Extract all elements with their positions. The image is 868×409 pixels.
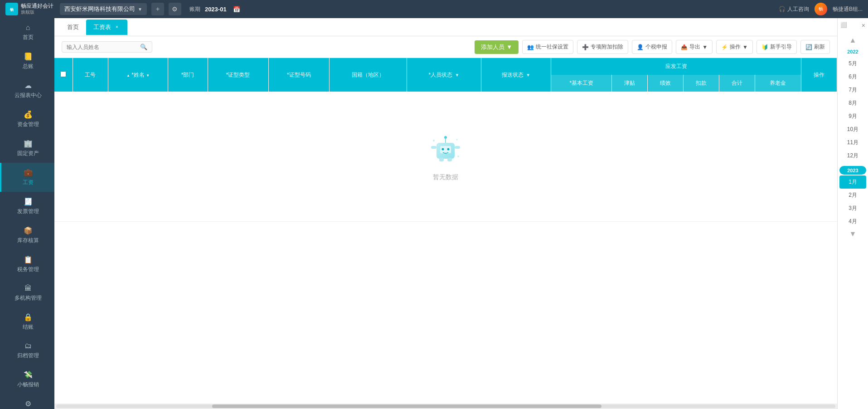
- operations-chevron: ▼: [742, 44, 748, 50]
- human-service-btn[interactable]: 🎧 人工咨询: [779, 5, 809, 13]
- social-security-label: 统一社保设置: [536, 43, 568, 51]
- refresh-icon: 🔄: [805, 44, 812, 50]
- salary-icon: 💼: [24, 168, 33, 177]
- settings-icon-btn[interactable]: ⚙: [169, 3, 181, 15]
- svg-rect-11: [447, 158, 452, 161]
- sidebar-item-cloud[interactable]: ☁ 云报表中心: [0, 76, 54, 105]
- sidebar-item-inventory[interactable]: 📦 库存核算: [0, 221, 54, 250]
- scroll-bar[interactable]: [54, 404, 837, 409]
- sidebar-item-multi[interactable]: 🏛 多机构管理: [0, 279, 54, 307]
- search-input[interactable]: [67, 44, 140, 50]
- export-label: 导出: [689, 43, 700, 51]
- calendar-month-2022-5[interactable]: 5月: [838, 57, 868, 70]
- search-icon[interactable]: 🔍: [140, 44, 147, 50]
- sidebar-item-tax[interactable]: 📋 税务管理: [0, 250, 54, 279]
- main-layout: ⌂ 首页 📒 总账 ☁ 云报表中心 💰 资金管理 🏢 固定资产 💼 工资 🧾 发…: [0, 18, 868, 409]
- calendar-close-icon[interactable]: ×: [862, 22, 865, 29]
- search-input-wrap: 🔍: [62, 41, 152, 53]
- calendar-month-2022-10[interactable]: 10月: [838, 123, 868, 136]
- scroll-thumb[interactable]: [212, 404, 602, 408]
- svg-point-12: [433, 140, 435, 141]
- sort-down-icon: ▼: [146, 73, 150, 78]
- sidebar-label-funds: 资金管理: [17, 121, 39, 128]
- calendar-down-arrow[interactable]: ▼: [848, 228, 858, 240]
- social-security-btn[interactable]: 👥 统一社保设置: [522, 40, 573, 54]
- th-salary-group: 应发工资: [551, 58, 801, 75]
- status-filter-icon[interactable]: ▼: [455, 73, 459, 78]
- company-name: 西安虾米网络科技有限公司: [64, 5, 135, 13]
- header-actions: ＋ ⚙ 账期 2023-01 📅: [151, 3, 240, 15]
- calendar-month-2023-3[interactable]: 3月: [838, 202, 868, 215]
- calendar-month-2022-12[interactable]: 12月: [838, 149, 868, 162]
- close-period-icon: 🔒: [24, 313, 33, 321]
- special-deduct-btn[interactable]: ➕ 专项附加扣除: [577, 40, 628, 54]
- tab-close-icon[interactable]: ×: [114, 24, 120, 30]
- personal-tax-label: 个税申报: [645, 43, 667, 51]
- company-selector[interactable]: 西安虾米网络科技有限公司 ▼: [60, 3, 147, 15]
- user-name: 畅捷通B组...: [833, 5, 863, 13]
- sidebar-item-settings[interactable]: ⚙ 基础设置: [0, 394, 54, 409]
- operations-label: 操作: [730, 43, 741, 51]
- calendar-month-2022-9[interactable]: 9月: [838, 110, 868, 123]
- settings-icon: ⚙: [25, 399, 31, 408]
- export-btn[interactable]: 📤 导出 ▼: [676, 40, 713, 54]
- th-status: *人员状态 ▼: [407, 58, 481, 92]
- th-region: 国籍（地区）: [329, 58, 407, 92]
- report-filter-icon[interactable]: ▼: [526, 73, 530, 78]
- content-area: 首页 工资表 × 🔍 添加人员 ▼ 👥 统一社保设置 ➕: [54, 18, 837, 409]
- sidebar-label-salary: 工资: [23, 179, 34, 186]
- empty-cell: 暂无数据: [54, 92, 837, 222]
- special-deduct-label: 专项附加扣除: [591, 43, 623, 51]
- guide-toolbar-icon: 🔰: [761, 44, 768, 50]
- sidebar-label-inventory: 库存核算: [17, 237, 39, 244]
- toolbar: 🔍 添加人员 ▼ 👥 统一社保设置 ➕ 专项附加扣除 👤 个税申报 📤 导出: [54, 36, 837, 58]
- th-name: ▲ *姓名 ▼: [108, 58, 168, 92]
- tab-salary-table[interactable]: 工资表 ×: [86, 19, 127, 35]
- home-icon: ⌂: [26, 24, 30, 32]
- calendar-month-2022-11[interactable]: 11月: [838, 136, 868, 149]
- calendar-icon[interactable]: 📅: [233, 6, 240, 13]
- sidebar-label-tax: 税务管理: [17, 266, 39, 273]
- refresh-btn[interactable]: 🔄 刷新: [800, 40, 830, 54]
- add-people-button[interactable]: 添加人员 ▼: [475, 40, 519, 54]
- calendar-month-2023-4[interactable]: 4月: [838, 215, 868, 228]
- calendar-month-2023-2[interactable]: 2月: [838, 189, 868, 202]
- special-deduct-icon: ➕: [582, 44, 589, 50]
- add-company-btn[interactable]: ＋: [151, 3, 164, 15]
- sidebar-item-assets[interactable]: 🏢 固定资产: [0, 134, 54, 163]
- empty-state: 暂无数据: [58, 95, 834, 218]
- operations-btn[interactable]: ⚡ 操作 ▼: [716, 40, 753, 54]
- sidebar-item-invoice[interactable]: 🧾 发票管理: [0, 192, 54, 221]
- operations-icon: ⚡: [721, 44, 728, 50]
- sidebar-item-funds[interactable]: 💰 资金管理: [0, 105, 54, 134]
- calendar-month-2022-7[interactable]: 7月: [838, 83, 868, 97]
- select-all-checkbox[interactable]: [60, 71, 66, 77]
- calendar-expand-icon[interactable]: ⬜: [840, 22, 847, 28]
- calendar-month-2023-1[interactable]: 1月: [839, 175, 866, 189]
- sidebar-item-ledger[interactable]: 📒 总账: [0, 47, 54, 76]
- svg-rect-3: [440, 146, 451, 153]
- sidebar-label-assets: 固定资产: [17, 150, 39, 157]
- tab-home[interactable]: 首页: [60, 19, 86, 35]
- calendar-up-arrow[interactable]: ▲: [848, 34, 858, 46]
- salary-table: 工号 ▲ *姓名 ▼ *部门 *证型类型 *证型号码 国籍（地区） *人员状态 …: [54, 58, 837, 222]
- tax-icon: 📋: [24, 255, 33, 264]
- sidebar-item-expense[interactable]: 💸 小畅报销: [0, 365, 54, 394]
- calendar-month-2022-6[interactable]: 6月: [838, 70, 868, 83]
- sidebar-item-close[interactable]: 🔒 结账: [0, 307, 54, 336]
- calendar-month-2022-8[interactable]: 8月: [838, 97, 868, 110]
- sidebar-item-home[interactable]: ⌂ 首页: [0, 18, 54, 47]
- sidebar-label-home: 首页: [23, 34, 34, 41]
- sidebar-item-salary[interactable]: 💼 工资: [0, 163, 54, 192]
- svg-point-4: [442, 148, 444, 151]
- guide-btn[interactable]: 🔰 新手引导: [756, 40, 797, 54]
- period-value: 2023-01: [205, 6, 227, 13]
- sidebar-item-archive[interactable]: 🗂 归档管理: [0, 336, 54, 365]
- social-security-icon: 👥: [527, 44, 534, 50]
- ledger-icon: 📒: [24, 52, 33, 61]
- personal-tax-btn[interactable]: 👤 个税申报: [632, 40, 672, 54]
- svg-point-13: [456, 139, 458, 141]
- chevron-down-icon: ▼: [138, 7, 142, 12]
- table-header-row1: 工号 ▲ *姓名 ▼ *部门 *证型类型 *证型号码 国籍（地区） *人员状态 …: [54, 58, 837, 75]
- empty-text: 暂无数据: [433, 173, 458, 181]
